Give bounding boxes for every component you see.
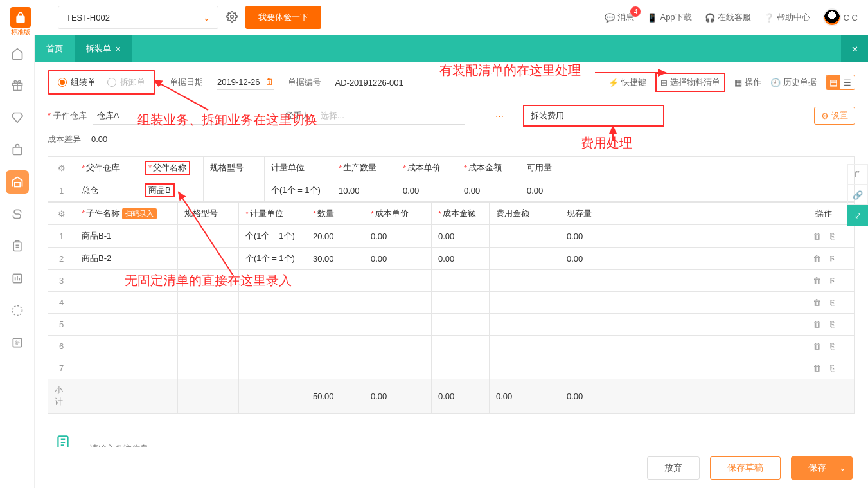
nav-diamond[interactable] (6, 106, 29, 129)
copy-icon[interactable]: ⎘ (830, 254, 835, 264)
svg-point-0 (231, 15, 234, 18)
col-parent-qty: 生产数量 (332, 157, 396, 179)
copy-icon[interactable]: ⎘ (830, 276, 835, 285)
radio-disassemble[interactable]: 拆卸单 (107, 77, 145, 88)
tab-home[interactable]: 首页 (35, 35, 75, 62)
help-icon: ❔ (764, 13, 774, 23)
handler-input[interactable]: 选择... (317, 107, 465, 125)
grid-icon: ▦ (734, 78, 742, 87)
delete-icon[interactable]: 🗑 (813, 341, 821, 351)
link-icon[interactable]: 🔗 (847, 185, 868, 205)
child-row[interactable]: 3🗑⎘ (48, 270, 855, 292)
nav-report[interactable] (6, 267, 29, 290)
parent-row[interactable]: 1 总仓 商品B 个(1个 = 1个) 10.00 0.00 0.00 0.00 (48, 179, 855, 202)
operations-button[interactable]: ▦操作 (734, 77, 761, 88)
nav-gift[interactable] (6, 74, 29, 97)
nav-cycle[interactable] (6, 299, 29, 322)
user-menu[interactable]: C C (823, 8, 858, 26)
app-download-button[interactable]: 📱App下载 (647, 12, 691, 23)
table-settings-icon[interactable]: ⚙ (48, 157, 75, 179)
remark-input[interactable] (90, 444, 855, 447)
view-switch[interactable]: ▤☰ (826, 75, 855, 90)
remark-icon: 备注信息 (48, 434, 78, 447)
tenant-select[interactable]: TEST-H002 ⌄ (58, 6, 218, 29)
history-button[interactable]: 🕘历史单据 (770, 77, 817, 88)
shortcut-button[interactable]: ⚡快捷键 (608, 77, 646, 88)
col-child-cam: 成本金额 (432, 203, 490, 224)
copy-icon[interactable]: ⎘ (830, 320, 835, 329)
delete-icon[interactable]: 🗑 (813, 298, 821, 307)
copy-icon[interactable]: ⎘ (830, 363, 835, 373)
nav-bag[interactable] (6, 138, 29, 161)
grid-view-icon: ▤ (826, 75, 840, 89)
nav-home[interactable] (6, 42, 29, 65)
child-row[interactable]: 2商品B-2个(1个 = 1个)30.000.000.000.00🗑⎘ (48, 248, 855, 270)
doc-no-label: 单据编号 (288, 77, 321, 88)
scan-badge[interactable]: 扫码录入 (122, 208, 157, 219)
history-icon: 🕘 (770, 78, 781, 87)
trial-button[interactable]: 我要体验一下 (245, 6, 321, 29)
col-parent-cup: 成本单价 (396, 157, 457, 179)
child-row[interactable]: 6🗑⎘ (48, 336, 855, 357)
col-parent-spec: 规格型号 (204, 157, 265, 179)
child-warehouse-input[interactable]: 仓库A (93, 107, 241, 125)
table-settings-icon[interactable]: ⚙ (48, 203, 75, 224)
edition-label: 标准版 (11, 28, 30, 37)
tenant-name: TEST-H002 (66, 13, 110, 23)
more-icon[interactable]: ⋯ (495, 111, 504, 121)
tab-strip: 首页 拆装单✕ ✕ (35, 35, 868, 62)
delete-icon[interactable]: 🗑 (813, 320, 821, 329)
remark-section: 备注信息 (48, 426, 855, 447)
note-icon[interactable]: 🗒 (847, 164, 868, 185)
nav-clipboard[interactable] (6, 235, 29, 258)
col-parent-cam: 成本金额 (457, 157, 520, 179)
delete-icon[interactable]: 🗑 (813, 231, 821, 241)
copy-icon[interactable]: ⎘ (830, 341, 835, 351)
close-icon[interactable]: ✕ (115, 45, 121, 53)
parent-table: ⚙ 父件仓库 父件名称 规格型号 计量单位 生产数量 成本单价 成本金额 可用量… (48, 156, 855, 203)
doc-date-label: 单据日期 (170, 77, 203, 88)
col-parent-name: 父件名称 (148, 163, 186, 172)
delete-icon[interactable]: 🗑 (813, 276, 821, 285)
child-row[interactable]: 7🗑⎘ (48, 357, 855, 379)
col-child-uom: 计量单位 (239, 203, 306, 224)
messages-button[interactable]: 💬 消息 4 (605, 12, 634, 23)
configure-button[interactable]: ⚙设置 (814, 107, 855, 125)
select-bom-button[interactable]: ⊞选择物料清单 (655, 73, 725, 92)
nav-warehouse[interactable] (6, 170, 29, 194)
child-row[interactable]: 4🗑⎘ (48, 292, 855, 314)
handler-label: 经手人 (285, 110, 310, 122)
cost-diff-input[interactable]: 0.00 (87, 132, 235, 147)
doc-date-input[interactable]: 2019-12-26🗓 (217, 75, 274, 90)
top-bar: 标准版 TEST-H002 ⌄ 我要体验一下 💬 消息 4 📱App下载 🎧在线… (0, 0, 868, 35)
more-icon[interactable]: ⋯ (258, 111, 266, 121)
expand-icon[interactable]: ⤢ (847, 205, 868, 226)
settings-icon[interactable] (226, 11, 238, 24)
customer-service-button[interactable]: 🎧在线客服 (705, 12, 751, 23)
nav-money[interactable] (6, 203, 29, 226)
tab-close-all[interactable]: ✕ (841, 35, 868, 62)
bolt-icon: ⚡ (608, 78, 619, 87)
help-center-button[interactable]: ❔帮助中心 (764, 12, 810, 23)
fee-input[interactable]: 拆装费用 (523, 105, 664, 127)
delete-icon[interactable]: 🗑 (813, 363, 821, 373)
delete-icon[interactable]: 🗑 (813, 254, 821, 264)
chevron-down-icon[interactable]: ⌄ (839, 463, 846, 473)
nav-new[interactable]: 新 (6, 331, 29, 354)
col-child-stock: 现存量 (560, 203, 793, 224)
chevron-down-icon: ⌄ (203, 13, 210, 23)
col-child-cup: 成本单价 (364, 203, 432, 224)
svg-rect-4 (14, 183, 19, 187)
save-draft-button[interactable]: 保存草稿 (710, 456, 781, 480)
tab-assembly[interactable]: 拆装单✕ (75, 35, 132, 62)
col-parent-wh: 父件仓库 (75, 157, 139, 179)
discard-button[interactable]: 放弃 (647, 456, 700, 480)
radio-assemble[interactable]: 组装单 (58, 77, 96, 88)
child-row[interactable]: 1商品B-1个(1个 = 1个)20.000.000.000.00🗑⎘ (48, 225, 855, 248)
child-row[interactable]: 5🗑⎘ (48, 314, 855, 336)
subtotal-row: 小计 50.00 0.00 0.00 0.00 0.00 (48, 379, 855, 413)
col-child-name: 子件名称 (82, 208, 120, 219)
copy-icon[interactable]: ⎘ (830, 231, 835, 241)
child-table: ⚙ 子件名称扫码录入 规格型号 计量单位 数量 成本单价 成本金额 费用金额 现… (48, 203, 855, 414)
copy-icon[interactable]: ⎘ (830, 298, 835, 307)
